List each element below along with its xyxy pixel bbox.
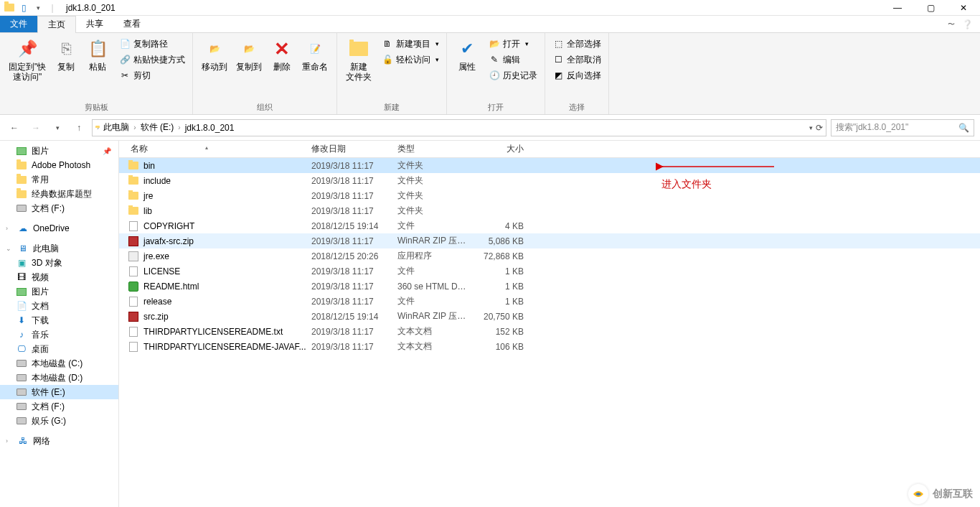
file-row[interactable]: README.html2019/3/18 11:17360 se HTML Do… <box>119 279 980 294</box>
minimize-button[interactable]: — <box>881 0 914 16</box>
group-label-new: 新建 <box>341 101 442 113</box>
delete-button[interactable]: ✕删除 <box>266 36 298 73</box>
address-bar: ← → ▾ ↑ › 此电脑 › 软件 (E:) › jdk1.8.0_201 ▾… <box>0 115 980 141</box>
address-dropdown-icon[interactable]: ▾ <box>809 124 813 131</box>
sidebar-item-music[interactable]: ♪音乐 <box>0 327 118 342</box>
col-date[interactable]: 修改日期 <box>306 143 392 155</box>
file-row[interactable]: jre.exe2018/12/15 20:26应用程序72,868 KB <box>119 248 980 264</box>
maximize-button[interactable]: ▢ <box>914 0 947 16</box>
chevron-right-icon[interactable]: › <box>133 124 136 131</box>
sidebar-item-desktop[interactable]: 🖵桌面 <box>0 342 118 356</box>
file-row[interactable]: THIRDPARTYLICENSEREADME.txt2019/3/18 11:… <box>119 324 980 339</box>
refresh-icon[interactable]: ⟳ <box>816 123 823 133</box>
easy-access-button[interactable]: 🔓轻松访问▾ <box>379 52 442 68</box>
new-folder-button[interactable]: 新建 文件夹 <box>341 36 376 83</box>
ribbon: 📌 固定到"快 速访问" ⎘ 复制 📋 粘贴 📄复制路径 🔗粘贴快捷方式 ✂剪切… <box>0 33 980 115</box>
paste-button[interactable]: 📋 粘贴 <box>82 36 113 73</box>
sidebar-item-ent-g[interactable]: 娱乐 (G:) <box>0 414 118 428</box>
breadcrumb[interactable]: › 此电脑 › 软件 (E:) › jdk1.8.0_201 ▾ ⟳ <box>92 119 826 136</box>
sidebar-item-3d[interactable]: ▣3D 对象 <box>0 256 118 270</box>
sidebar-item-documents[interactable]: 📄文档 <box>0 299 118 313</box>
file-row[interactable]: jre2019/3/18 11:17文件夹 <box>119 188 980 203</box>
file-type: WinRAR ZIP 压缩... <box>392 235 475 247</box>
forward-button[interactable]: → <box>27 119 44 136</box>
sidebar-item-videos[interactable]: 🎞视频 <box>0 270 118 284</box>
select-all-button[interactable]: ⬚全部选择 <box>550 36 604 52</box>
up-button[interactable]: ↑ <box>70 119 88 136</box>
recent-dropdown[interactable]: ▾ <box>49 119 66 136</box>
sidebar-item-adobe[interactable]: Adobe Photosh <box>0 158 118 172</box>
sidebar-item-pictures[interactable]: 图片📌 <box>0 144 118 158</box>
sidebar-item-drive-d[interactable]: 本地磁盘 (D:) <box>0 371 118 385</box>
file-date: 2019/3/18 11:17 <box>306 176 392 186</box>
col-type[interactable]: 类型 <box>392 143 475 155</box>
desktop-icon: 🖵 <box>16 343 27 355</box>
file-row[interactable]: javafx-src.zip2019/3/18 11:17WinRAR ZIP … <box>119 233 980 248</box>
search-input[interactable]: 搜索"jdk1.8.0_201" 🔍 <box>831 119 974 136</box>
invert-selection-button[interactable]: ◩反向选择 <box>550 68 604 83</box>
tab-file[interactable]: 文件 <box>0 16 37 32</box>
sidebar-item-network[interactable]: ›🖧网络 <box>0 434 118 448</box>
crumb-folder[interactable]: jdk1.8.0_201 <box>182 123 237 133</box>
tab-share[interactable]: 共享 <box>76 16 113 32</box>
new-item-button[interactable]: 🗎新建项目▾ <box>379 36 442 52</box>
sidebar-item-downloads[interactable]: ⬇下载 <box>0 313 118 327</box>
zip-icon <box>128 311 139 322</box>
app-icon <box>3 1 16 14</box>
file-row[interactable]: bin2019/3/18 11:17文件夹 <box>119 158 980 173</box>
properties-button[interactable]: ✔属性 <box>451 36 483 73</box>
edit-icon: ✎ <box>489 54 500 65</box>
copy-path-button[interactable]: 📄复制路径 <box>116 36 188 52</box>
file-name: jre.exe <box>143 251 169 261</box>
cut-button[interactable]: ✂剪切 <box>116 68 188 83</box>
file-name: bin <box>143 161 155 171</box>
sidebar-item-pictures2[interactable]: 图片 <box>0 284 118 299</box>
crumb-this-pc[interactable]: 此电脑 <box>100 121 132 134</box>
file-type: 应用程序 <box>392 250 475 262</box>
qat-props-icon[interactable]: ▯ <box>17 1 30 14</box>
copy-button[interactable]: ⎘ 复制 <box>50 36 82 73</box>
back-button[interactable]: ← <box>6 119 23 136</box>
rename-button[interactable]: 📝重命名 <box>298 36 332 73</box>
crumb-drive[interactable]: 软件 (E:) <box>138 121 177 134</box>
tab-view[interactable]: 查看 <box>113 16 151 32</box>
delete-icon: ✕ <box>270 37 293 60</box>
qat-dropdown-icon[interactable]: ▾ <box>32 1 44 14</box>
sidebar-item-onedrive[interactable]: ›☁OneDrive <box>0 221 118 236</box>
chevron-right-icon[interactable]: › <box>178 124 180 131</box>
sidebar-item-this-pc[interactable]: ⌄🖥此电脑 <box>0 241 118 256</box>
file-row[interactable]: lib2019/3/18 11:17文件夹 <box>119 203 980 218</box>
sidebar-item-common[interactable]: 常用 <box>0 172 118 187</box>
history-button[interactable]: 🕘历史记录 <box>486 68 540 83</box>
file-row[interactable]: THIRDPARTYLICENSEREADME-JAVAF...2019/3/1… <box>119 339 980 354</box>
ribbon-collapse-icon[interactable]: 〜 <box>948 19 955 29</box>
file-row[interactable]: include2019/3/18 11:17文件夹 <box>119 173 980 188</box>
sidebar-item-classic-db[interactable]: 经典数据库题型 <box>0 187 118 201</box>
file-row[interactable]: src.zip2018/12/15 19:14WinRAR ZIP 压缩...2… <box>119 309 980 324</box>
col-name[interactable]: 名称▴ <box>119 143 306 155</box>
ribbon-group-organize: 📂移动到 📂复制到 ✕删除 📝重命名 组织 <box>193 33 337 114</box>
sidebar-item-docs-f2[interactable]: 文档 (F:) <box>0 399 118 414</box>
navigation-pane[interactable]: 图片📌 Adobe Photosh 常用 经典数据库题型 文档 (F:) ›☁O… <box>0 141 119 507</box>
chevron-right-icon[interactable]: › <box>97 124 99 131</box>
titlebar: ▯ ▾ | jdk1.8.0_201 — ▢ ✕ <box>0 0 980 16</box>
paste-shortcut-button[interactable]: 🔗粘贴快捷方式 <box>116 52 188 68</box>
select-none-button[interactable]: ☐全部取消 <box>550 52 604 68</box>
col-size[interactable]: 大小 <box>475 143 529 155</box>
sidebar-item-docs-f[interactable]: 文档 (F:) <box>0 201 118 215</box>
file-row[interactable]: COPYRIGHT2018/12/15 19:14文件4 KB <box>119 218 980 233</box>
group-label-open: 打开 <box>451 101 540 113</box>
open-button[interactable]: 📂打开▾ <box>486 36 540 52</box>
close-button[interactable]: ✕ <box>947 0 980 16</box>
copy-to-button[interactable]: 📂复制到 <box>232 36 266 73</box>
file-size: 1 KB <box>475 282 529 292</box>
file-row[interactable]: LICENSE2019/3/18 11:17文件1 KB <box>119 264 980 279</box>
tab-home[interactable]: 主页 <box>37 16 76 33</box>
sidebar-item-drive-c[interactable]: 本地磁盘 (C:) <box>0 356 118 371</box>
pin-to-quick-access-button[interactable]: 📌 固定到"快 速访问" <box>4 36 50 83</box>
file-row[interactable]: release2019/3/18 11:17文件1 KB <box>119 294 980 309</box>
edit-button[interactable]: ✎编辑 <box>486 52 540 68</box>
sidebar-item-drive-e[interactable]: 软件 (E:) <box>0 385 118 399</box>
move-to-button[interactable]: 📂移动到 <box>197 36 232 73</box>
help-icon[interactable]: ❔ <box>962 19 973 29</box>
